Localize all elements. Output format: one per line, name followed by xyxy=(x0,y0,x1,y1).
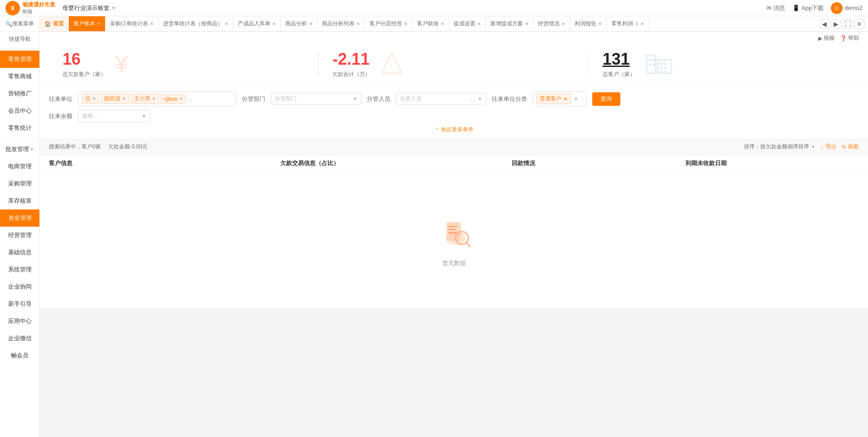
remove-unit-tag-2[interactable]: ✕ xyxy=(122,96,126,102)
sidebar-item-system-mgmt[interactable]: 系统管理 xyxy=(0,261,39,278)
collapse-button[interactable]: ⌃ 收起更多条件 xyxy=(435,126,474,133)
tab-maximize-button[interactable]: ⛶ xyxy=(843,19,853,29)
topbar: ¥ 畅捷通好生意 标版 母婴行业演示账套 ▼ ✉ 消息 📱 App下载 D de… xyxy=(0,0,868,16)
tab-close-icon[interactable]: ✕ xyxy=(309,21,312,26)
sidebar-item-retail-mall[interactable]: 零售商城 xyxy=(0,68,39,85)
app-download-button[interactable]: 📱 App下载 xyxy=(792,4,824,12)
tab-customer-capital[interactable]: 客户账本 ✕ xyxy=(69,16,106,32)
svg-line-18 xyxy=(466,242,470,247)
tab-profit-report[interactable]: 利润报告 ✕ xyxy=(570,16,607,32)
tab-close-icon[interactable]: ✕ xyxy=(441,21,444,26)
sidebar-item-business-mgmt[interactable]: 经营管理 xyxy=(0,227,39,244)
collapse-icon: ▼ xyxy=(30,147,34,152)
tab-close-icon[interactable]: ✕ xyxy=(477,21,481,26)
tab-close-icon[interactable]: ✕ xyxy=(404,21,408,26)
tab-close-icon[interactable]: ✕ xyxy=(272,21,276,26)
tab-stock-stats[interactable]: 进货单统计表（按商品） ✕ xyxy=(158,16,233,32)
tab-promotion-settings[interactable]: 提成设置 ✕ xyxy=(449,16,486,32)
sidebar-item-app-center[interactable]: 应用中心 xyxy=(0,313,39,330)
sidebar-item-wholesale-mgmt[interactable]: 批发管理 ▼ xyxy=(0,141,39,158)
tab-customer-contact[interactable]: 客户联络 ✕ xyxy=(412,16,449,32)
svg-rect-7 xyxy=(652,63,655,66)
unit-filter-input[interactable]: 伍 ✕ 陈民强 ✕ 王小亮 ✕ cjttcw ✕ xyxy=(78,91,236,106)
tab-goods-analysis-list[interactable]: 商品分析列表 ✕ xyxy=(317,16,365,32)
tab-customer-tier[interactable]: 客户分层经营 ✕ xyxy=(365,16,412,32)
tab-close-icon[interactable]: ✕ xyxy=(525,21,528,26)
tab-scroll-right-button[interactable]: ▶ xyxy=(831,19,841,29)
tab-close-icon[interactable]: ✕ xyxy=(150,21,153,26)
tab-close-icon[interactable]: ✕ xyxy=(97,21,101,26)
sort-button[interactable]: 排序：按欠款金额倒序排序 ▼ xyxy=(744,143,815,151)
message-button[interactable]: ✉ 消息 xyxy=(767,4,785,12)
chevron-down-icon: ▼ xyxy=(111,5,116,10)
query-button[interactable]: 查询 xyxy=(592,92,620,106)
store-selector[interactable]: 母婴行业演示账套 ▼ xyxy=(59,4,120,12)
user-menu[interactable]: D demo2 xyxy=(831,2,863,14)
sidebar-item-inventory[interactable]: 库存核算 xyxy=(0,192,39,209)
svg-rect-5 xyxy=(652,59,655,61)
search-menu-button[interactable]: 🔍 搜索菜单 xyxy=(0,16,39,32)
tab-scroll-left-button[interactable]: ◀ xyxy=(819,19,829,29)
sidebar-divider-2 xyxy=(0,138,39,139)
unit-tag-1: 伍 ✕ xyxy=(82,94,99,104)
sidebar-item-vip-member[interactable]: 畅会员 xyxy=(0,347,39,364)
tab-purchase-order[interactable]: 采购订单统计表 ✕ xyxy=(106,16,158,32)
svg-rect-14 xyxy=(448,226,457,227)
tab-retail-profit[interactable]: 零售利润（ ✕ xyxy=(607,16,649,32)
sidebar-item-purchase[interactable]: 采购管理 xyxy=(0,175,39,192)
sidebar-item-retail-stats[interactable]: 零售统计 xyxy=(0,119,39,137)
empty-illustration xyxy=(434,213,475,254)
tab-close-icon[interactable]: ✕ xyxy=(561,21,565,26)
svg-rect-3 xyxy=(658,60,671,73)
remove-unit-tag-3[interactable]: ✕ xyxy=(152,96,156,102)
balance-filter-select[interactable]: 选择... ▼ xyxy=(78,110,150,122)
tab-product-stock-in[interactable]: 产成品入库单 ✕ xyxy=(233,16,281,32)
filter-row-2: 往来余额 选择... ▼ xyxy=(49,110,859,122)
tab-close-icon[interactable]: ✕ xyxy=(640,21,644,26)
unit-tag-2: 陈民强 ✕ xyxy=(101,94,129,104)
sidebar-item-enterprise-collab[interactable]: 企业协同 xyxy=(0,278,39,295)
tab-home[interactable]: 🏠 首页 xyxy=(40,16,69,32)
sidebar-item-basic-info[interactable]: 基础信息 xyxy=(0,244,39,261)
video-help-button[interactable]: ▶ 视频 xyxy=(818,34,834,42)
tab-close-all-button[interactable]: ✕ xyxy=(854,19,864,29)
main-layout: 🔍 搜索菜单 快捷导航 零售管理 零售商城 营销推广 会员中心 零售统计 批发管… xyxy=(0,16,868,437)
sidebar-item-retail-mgmt[interactable]: 零售管理 xyxy=(0,51,39,68)
unit-category-select[interactable]: 普通客户 ✕ ▼ xyxy=(532,91,587,106)
svg-rect-15 xyxy=(448,229,456,230)
tab-business-status[interactable]: 经营情况 ✕ xyxy=(533,16,570,32)
results-bar: 搜索结果中，客户0家 欠款金额 0.00元 排序：按欠款金额倒序排序 ▼ ↓ 导… xyxy=(40,139,868,155)
help-icon: ❓ xyxy=(840,35,847,42)
sidebar-item-capital-mgmt[interactable]: 资金管理 xyxy=(0,209,39,227)
remove-category-tag[interactable]: ✕ xyxy=(563,96,568,102)
tab-goods-analysis[interactable]: 商品分析 ✕ xyxy=(281,16,317,32)
tab-close-icon[interactable]: ✕ xyxy=(356,21,360,26)
coins-icon: ¥ xyxy=(115,50,128,77)
person-more-icon[interactable]: ... xyxy=(470,96,475,102)
remove-unit-tag-1[interactable]: ✕ xyxy=(92,96,96,102)
person-filter-select[interactable]: 分管人员 ... ▼ xyxy=(396,93,486,105)
sidebar-item-ecommerce[interactable]: 电商管理 xyxy=(0,158,39,175)
svg-rect-16 xyxy=(448,232,456,233)
tab-close-icon[interactable]: ✕ xyxy=(598,21,602,26)
remove-unit-tag-4[interactable]: ✕ xyxy=(179,96,183,102)
sidebar-item-new-guide[interactable]: 新手引导 xyxy=(0,295,39,313)
unit-filter-more[interactable]: ... xyxy=(188,96,192,102)
tab-new-promotion-plan[interactable]: 新增提成方案 ✕ xyxy=(486,16,533,32)
refresh-button[interactable]: ↻ 刷新 xyxy=(842,143,859,151)
stat-value-total-customers[interactable]: 131 xyxy=(603,49,635,69)
sidebar-item-member-center[interactable]: 会员中心 xyxy=(0,102,39,119)
unit-category-label: 往来单位分类 xyxy=(492,95,527,103)
mobile-icon: 📱 xyxy=(792,5,800,11)
empty-icon xyxy=(434,213,475,254)
sidebar-item-marketing[interactable]: 营销推广 xyxy=(0,85,39,102)
svg-rect-9 xyxy=(664,63,667,65)
help-button[interactable]: ❓ 帮助 xyxy=(840,34,859,42)
sidebar-item-enterprise-wechat[interactable]: 企业微信 xyxy=(0,330,39,347)
export-button[interactable]: ↓ 导出 xyxy=(821,143,836,151)
tab-close-icon[interactable]: ✕ xyxy=(225,21,228,26)
results-summary: 搜索结果中，客户0家 欠款金额 0.00元 xyxy=(49,143,148,151)
quick-nav-button[interactable]: 快捷导航 xyxy=(0,32,39,47)
col-due-date: 到期未收款日期 xyxy=(686,159,859,167)
dept-filter-select[interactable]: 分管部门 ▼ xyxy=(271,93,361,105)
